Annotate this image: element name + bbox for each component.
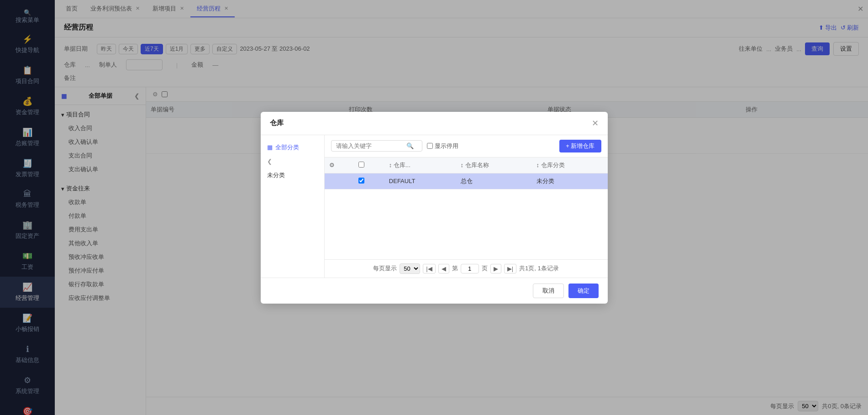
page-label: 第 bbox=[452, 264, 458, 273]
modal-page-size-select[interactable]: 50 bbox=[400, 263, 420, 274]
page-unit-label: 页 bbox=[482, 264, 488, 273]
add-warehouse-button[interactable]: + 新增仓库 bbox=[559, 140, 601, 152]
modal-pagination: 每页显示 50 |◀ ◀ 第 页 ▶ ▶| 共1页, 1条记录 bbox=[325, 259, 608, 278]
modal-title: 仓库 bbox=[270, 119, 284, 127]
search-icon-2: 🔍 bbox=[406, 142, 414, 149]
modal-right-panel: 🔍 显示停用 + 新增仓库 ⚙ ↕ 仓库... bbox=[325, 135, 608, 278]
row-category: 未分类 bbox=[532, 173, 608, 189]
warehouse-table: ⚙ ↕ 仓库... ↕ 仓库名称 ↕ 仓库分类 DEFAU bbox=[325, 158, 608, 189]
page-number-input[interactable] bbox=[461, 264, 479, 273]
uncategorized-label: 未分类 bbox=[267, 171, 285, 179]
row-id: DEFAULT bbox=[384, 173, 456, 189]
modal-body: ▦ 全部分类 ❮ 未分类 🔍 显示停用 bbox=[261, 135, 608, 278]
table-select-all[interactable] bbox=[358, 162, 364, 168]
row-check[interactable] bbox=[354, 173, 384, 189]
col-warehouse-code: ↕ 仓库... bbox=[384, 158, 456, 173]
modal-search-input[interactable] bbox=[336, 142, 405, 149]
modal-search-box: 🔍 bbox=[331, 140, 422, 152]
show-disabled-label: 显示停用 bbox=[435, 142, 458, 150]
modal-table: ⚙ ↕ 仓库... ↕ 仓库名称 ↕ 仓库分类 DEFAU bbox=[325, 158, 608, 259]
modal-overlay: 仓库 ✕ ▦ 全部分类 ❮ 未分类 🔍 bbox=[0, 0, 868, 415]
modal-total-label: 共1页, 1条记录 bbox=[519, 264, 559, 273]
warehouse-table-header: ⚙ ↕ 仓库... ↕ 仓库名称 ↕ 仓库分类 bbox=[325, 158, 608, 173]
modal-left-panel: ▦ 全部分类 ❮ 未分类 bbox=[261, 135, 325, 278]
next-page-btn[interactable]: ▶ bbox=[490, 264, 501, 273]
grid-icon-2: ▦ bbox=[267, 144, 273, 151]
row-name: 总仓 bbox=[456, 173, 532, 189]
col-warehouse-category: ↕ 仓库分类 bbox=[532, 158, 608, 173]
modal-left-toggle[interactable]: ❮ bbox=[261, 155, 324, 168]
modal-toolbar: 🔍 显示停用 + 新增仓库 bbox=[325, 135, 608, 158]
table-row[interactable]: DEFAULT 总仓 未分类 bbox=[325, 173, 608, 189]
prev-page-btn[interactable]: ◀ bbox=[438, 264, 449, 273]
warehouse-modal: 仓库 ✕ ▦ 全部分类 ❮ 未分类 🔍 bbox=[261, 112, 608, 304]
col-warehouse-name: ↕ 仓库名称 bbox=[456, 158, 532, 173]
cancel-button[interactable]: 取消 bbox=[533, 284, 564, 298]
last-page-btn[interactable]: ▶| bbox=[504, 264, 516, 273]
modal-footer: 取消 确定 bbox=[261, 278, 608, 304]
confirm-button[interactable]: 确定 bbox=[568, 284, 599, 298]
first-page-btn[interactable]: |◀ bbox=[423, 264, 435, 273]
all-category-label: 全部分类 bbox=[275, 143, 299, 152]
show-disabled-checkbox[interactable] bbox=[427, 143, 433, 149]
row-checkbox[interactable] bbox=[358, 178, 364, 184]
col-settings: ⚙ bbox=[325, 158, 354, 173]
modal-left-uncategorized[interactable]: 未分类 bbox=[261, 168, 324, 183]
modal-close-button[interactable]: ✕ bbox=[592, 118, 599, 128]
row-settings bbox=[325, 173, 354, 189]
show-disabled-checkbox-label[interactable]: 显示停用 bbox=[427, 142, 458, 150]
col-check bbox=[354, 158, 384, 173]
modal-left-all-category[interactable]: ▦ 全部分类 bbox=[261, 140, 324, 155]
modal-header: 仓库 ✕ bbox=[261, 112, 608, 135]
modal-page-size-label: 每页显示 bbox=[373, 264, 397, 273]
